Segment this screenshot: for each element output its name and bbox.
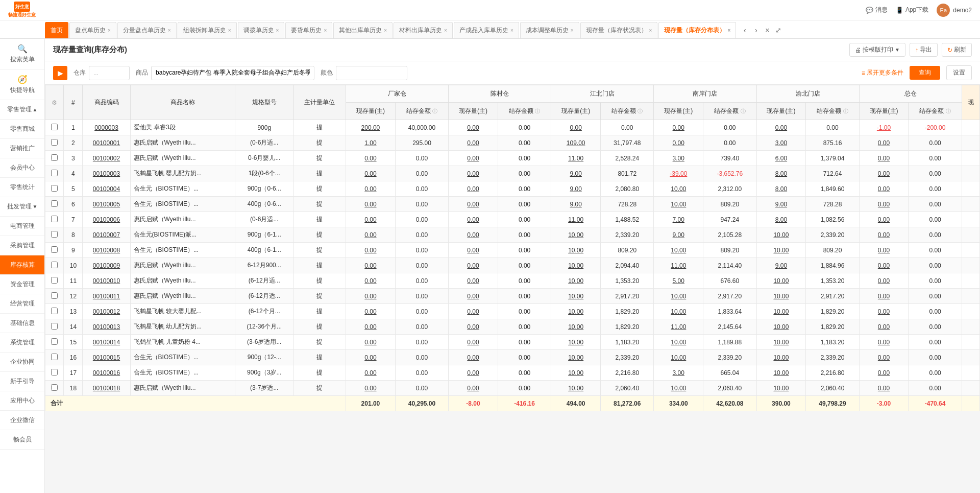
sidebar-item-vip[interactable]: 畅会员: [0, 430, 44, 450]
sidebar-item-system[interactable]: 系统管理: [0, 333, 44, 353]
row-check[interactable]: [51, 231, 58, 238]
close-icon[interactable]: ×: [168, 28, 171, 33]
row-total-stock[interactable]: 0.00: [859, 197, 909, 212]
row-checkbox[interactable]: [45, 335, 64, 350]
sidebar-item-member[interactable]: 会员中心: [0, 158, 44, 178]
row-w2-stock[interactable]: 0.00: [449, 289, 498, 304]
row-checkbox[interactable]: [45, 135, 64, 151]
row-code[interactable]: 00100018: [83, 381, 130, 396]
row-check[interactable]: [51, 369, 58, 375]
row-check[interactable]: [51, 384, 58, 391]
expand-search-btn[interactable]: ▶: [53, 66, 67, 80]
row-total-stock[interactable]: 0.00: [859, 365, 909, 381]
tab-prev-btn[interactable]: ‹: [739, 22, 750, 38]
row-w5-stock[interactable]: 10.00: [756, 304, 806, 319]
row-check[interactable]: [51, 354, 58, 360]
row-check[interactable]: [51, 277, 58, 284]
row-w3-stock[interactable]: 10.00: [551, 381, 601, 396]
row-code[interactable]: 00100003: [83, 166, 130, 181]
row-total-stock[interactable]: 0.00: [859, 273, 909, 289]
info-icon[interactable]: ⓘ: [843, 108, 848, 114]
row-total-stock[interactable]: 0.00: [859, 227, 909, 243]
row-w5-stock[interactable]: 10.00: [756, 365, 806, 381]
sidebar-item-retail-shop[interactable]: 零售商城: [0, 120, 44, 139]
row-w1-stock[interactable]: 0.00: [346, 319, 396, 335]
row-total-stock[interactable]: 0.00: [859, 166, 909, 181]
row-w3-stock[interactable]: 9.00: [551, 181, 601, 197]
setting-btn[interactable]: 设置: [946, 65, 972, 80]
close-icon[interactable]: ×: [324, 28, 327, 33]
row-w5-stock[interactable]: 9.00: [756, 197, 806, 212]
tab-expand-btn[interactable]: ⤢: [773, 22, 784, 38]
warehouse-input[interactable]: [89, 66, 130, 80]
row-w1-stock[interactable]: 0.00: [346, 181, 396, 197]
row-checkbox[interactable]: [45, 243, 64, 258]
row-check[interactable]: [51, 185, 58, 192]
row-total-stock[interactable]: 0.00: [859, 381, 909, 396]
row-w4-stock[interactable]: -39.00: [654, 166, 703, 181]
row-code[interactable]: 00100005: [83, 197, 130, 212]
batch-print-btn[interactable]: 🖨 按模版打印 ▼: [849, 43, 905, 57]
row-w4-stock[interactable]: 11.00: [654, 258, 703, 273]
goods-input[interactable]: [151, 66, 314, 80]
sidebar-item-wholesale[interactable]: 批发管理 ▼: [0, 197, 44, 217]
row-w5-stock[interactable]: 10.00: [756, 350, 806, 365]
close-icon[interactable]: ×: [276, 28, 279, 33]
row-checkbox[interactable]: [45, 181, 64, 197]
col-settings-header[interactable]: ⚙: [45, 85, 64, 120]
expand-more-btn[interactable]: ≡ 展开更多条件: [862, 68, 903, 77]
row-w1-stock[interactable]: 1.00: [346, 135, 396, 151]
color-input[interactable]: [336, 66, 407, 80]
row-w1-stock[interactable]: 0.00: [346, 289, 396, 304]
row-w3-stock[interactable]: 11.00: [551, 212, 601, 227]
close-icon[interactable]: ×: [571, 28, 574, 33]
row-w5-stock[interactable]: 6.00: [756, 151, 806, 166]
row-w2-stock[interactable]: 0.00: [449, 135, 498, 151]
row-check[interactable]: [51, 170, 58, 176]
row-check[interactable]: [51, 262, 58, 268]
row-total-stock[interactable]: 0.00: [859, 319, 909, 335]
row-w2-stock[interactable]: 0.00: [449, 319, 498, 335]
row-checkbox[interactable]: [45, 227, 64, 243]
row-w4-stock[interactable]: 10.00: [654, 181, 703, 197]
row-code[interactable]: 00100011: [83, 289, 130, 304]
tab-material-out[interactable]: 材料出库单历史 ×: [394, 22, 453, 38]
row-w1-stock[interactable]: 0.00: [346, 273, 396, 289]
info-icon[interactable]: ⓘ: [946, 108, 951, 114]
row-code[interactable]: 00100002: [83, 151, 130, 166]
export-btn[interactable]: ↑ 导出: [910, 43, 938, 57]
row-w3-stock[interactable]: 10.00: [551, 258, 601, 273]
sidebar-item-stock[interactable]: 库存核算: [0, 255, 44, 275]
row-w3-stock[interactable]: 10.00: [551, 289, 601, 304]
row-w2-stock[interactable]: 0.00: [449, 243, 498, 258]
row-w4-stock[interactable]: 10.00: [654, 197, 703, 212]
close-icon[interactable]: ×: [228, 28, 231, 33]
row-w1-stock[interactable]: 0.00: [346, 227, 396, 243]
row-checkbox[interactable]: [45, 120, 64, 135]
info-icon[interactable]: ⓘ: [535, 108, 540, 114]
sidebar-item-basic[interactable]: 基础信息: [0, 314, 44, 333]
row-checkbox[interactable]: [45, 166, 64, 181]
tab-stock-status[interactable]: 现存量（库存状况表） ×: [580, 22, 658, 38]
sidebar-item-enterprise[interactable]: 企业协同: [0, 353, 44, 372]
row-w4-stock[interactable]: 5.00: [654, 273, 703, 289]
row-w2-stock[interactable]: 0.00: [449, 304, 498, 319]
row-total-stock[interactable]: 0.00: [859, 151, 909, 166]
row-w5-stock[interactable]: 8.00: [756, 181, 806, 197]
row-check[interactable]: [51, 246, 58, 253]
row-w3-stock[interactable]: 10.00: [551, 227, 601, 243]
row-total-stock[interactable]: 0.00: [859, 181, 909, 197]
row-w1-stock[interactable]: 0.00: [346, 350, 396, 365]
row-checkbox[interactable]: [45, 197, 64, 212]
tab-stock-dist[interactable]: 现存量（库存分布表） ×: [658, 22, 736, 38]
info-icon[interactable]: ⓘ: [432, 108, 437, 114]
row-w2-stock[interactable]: 0.00: [449, 273, 498, 289]
row-w5-stock[interactable]: 10.00: [756, 319, 806, 335]
tab-requisition[interactable]: 要货单历史 ×: [285, 22, 332, 38]
sidebar-item-ecommerce[interactable]: 电商管理: [0, 217, 44, 236]
row-check[interactable]: [51, 338, 58, 345]
row-code[interactable]: 00100015: [83, 350, 130, 365]
row-code[interactable]: 00100006: [83, 212, 130, 227]
row-w3-stock[interactable]: 11.00: [551, 151, 601, 166]
row-code[interactable]: 00100004: [83, 181, 130, 197]
